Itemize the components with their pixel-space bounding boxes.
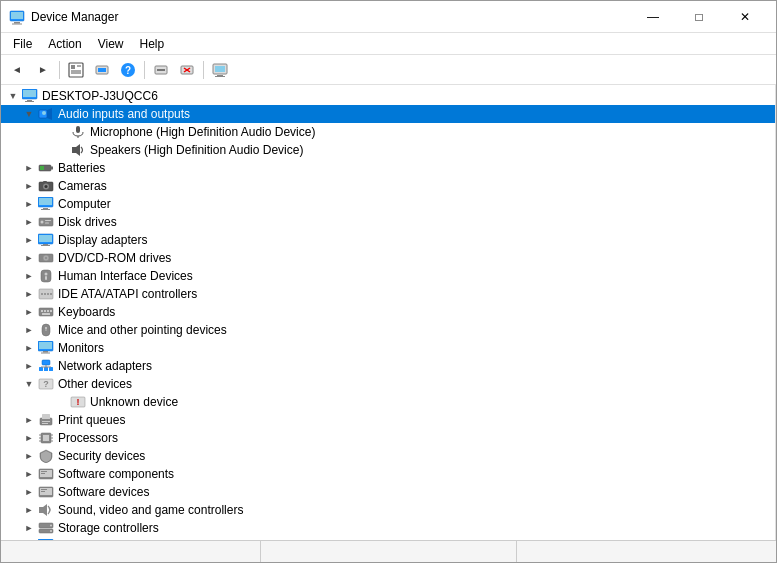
network-adapters-tree-item[interactable]: ► Network adapters	[1, 357, 775, 375]
storage-label: Storage controllers	[58, 521, 159, 535]
back-button[interactable]: ◄	[5, 58, 29, 82]
sound-icon	[37, 502, 55, 518]
svg-rect-63	[41, 310, 43, 312]
menu-file[interactable]: File	[5, 35, 40, 53]
svg-rect-24	[27, 100, 32, 101]
print-queues-icon	[37, 412, 55, 428]
menu-help[interactable]: Help	[132, 35, 173, 53]
unknown-device-tree-item[interactable]: ! Unknown device	[1, 393, 775, 411]
root-expand-icon[interactable]: ▼	[5, 88, 21, 104]
mice-tree-item[interactable]: ► Mice and other pointing devices	[1, 321, 775, 339]
processors-tree-item[interactable]: ► Processors	[1, 429, 775, 447]
software-components-tree-item[interactable]: ► Software components	[1, 465, 775, 483]
software-devices-tree-item[interactable]: ► Software devices	[1, 483, 775, 501]
disk-drives-tree-item[interactable]: ► Disk drives	[1, 213, 775, 231]
disk-drives-expand-icon[interactable]: ►	[21, 214, 37, 230]
processors-icon	[37, 430, 55, 446]
batteries-label: Batteries	[58, 161, 105, 175]
svg-rect-67	[42, 313, 50, 315]
batteries-expand-icon[interactable]: ►	[21, 160, 37, 176]
computer-icon	[37, 196, 55, 212]
svg-rect-33	[51, 167, 53, 170]
svg-rect-78	[49, 367, 53, 371]
batteries-tree-item[interactable]: ► Batteries	[1, 159, 775, 177]
audio-expand-icon[interactable]: ▼	[21, 106, 37, 122]
computer-tree-item[interactable]: ► Computer	[1, 195, 775, 213]
disk-drives-label: Disk drives	[58, 215, 117, 229]
help-button[interactable]: ?	[116, 58, 140, 82]
microphone-label: Microphone (High Definition Audio Device…	[90, 125, 315, 139]
root-tree-item[interactable]: ▼ DESKTOP-J3UQCC6	[1, 87, 775, 105]
dvd-tree-item[interactable]: ► DVD/CD-ROM drives	[1, 249, 775, 267]
monitors-icon	[37, 340, 55, 356]
display-adapters-expand-icon[interactable]: ►	[21, 232, 37, 248]
print-expand-icon[interactable]: ►	[21, 412, 37, 428]
update-driver-button[interactable]	[90, 58, 114, 82]
software-components-expand-icon[interactable]: ►	[21, 466, 37, 482]
cameras-expand-icon[interactable]: ►	[21, 178, 37, 194]
keyboards-expand-icon[interactable]: ►	[21, 304, 37, 320]
display-adapters-tree-item[interactable]: ► Display adapters	[1, 231, 775, 249]
other-expand-icon[interactable]: ▼	[21, 376, 37, 392]
security-expand-icon[interactable]: ►	[21, 448, 37, 464]
software-devices-expand-icon[interactable]: ►	[21, 484, 37, 500]
mice-expand-icon[interactable]: ►	[21, 322, 37, 338]
storage-tree-item[interactable]: ► Storage controllers	[1, 519, 775, 537]
properties-button[interactable]	[64, 58, 88, 82]
ide-icon	[37, 286, 55, 302]
status-seg-3	[517, 541, 772, 562]
ide-label: IDE ATA/ATAPI controllers	[58, 287, 197, 301]
svg-rect-48	[39, 235, 52, 242]
svg-rect-75	[42, 360, 50, 365]
svg-point-37	[45, 185, 48, 188]
software-components-label: Software components	[58, 467, 174, 481]
software-components-icon	[37, 466, 55, 482]
disable-button[interactable]	[149, 58, 173, 82]
scan-hardware-button[interactable]	[208, 58, 232, 82]
dvd-expand-icon[interactable]: ►	[21, 250, 37, 266]
sound-tree-item[interactable]: ► Sound, video and game controllers	[1, 501, 775, 519]
processors-expand-icon[interactable]: ►	[21, 430, 37, 446]
sound-expand-icon[interactable]: ►	[21, 502, 37, 518]
svg-rect-50	[41, 245, 50, 246]
forward-button[interactable]: ►	[31, 58, 55, 82]
computer-expand-icon[interactable]: ►	[21, 196, 37, 212]
svg-rect-65	[47, 310, 49, 312]
svg-rect-29	[76, 126, 80, 133]
svg-rect-34	[40, 166, 44, 170]
status-seg-1	[5, 541, 261, 562]
cameras-tree-item[interactable]: ► Cameras	[1, 177, 775, 195]
hid-tree-item[interactable]: ► Human Interface Devices	[1, 267, 775, 285]
print-queues-label: Print queues	[58, 413, 125, 427]
microphone-tree-item[interactable]: Microphone (High Definition Audio Device…	[1, 123, 775, 141]
svg-rect-64	[44, 310, 46, 312]
svg-rect-2	[14, 22, 20, 24]
audio-tree-item[interactable]: ▼ Audio inputs and outputs	[1, 105, 775, 123]
keyboards-tree-item[interactable]: ► Keyboards	[1, 303, 775, 321]
network-expand-icon[interactable]: ►	[21, 358, 37, 374]
close-button[interactable]: ✕	[722, 1, 768, 33]
menu-action[interactable]: Action	[40, 35, 89, 53]
speakers-tree-item[interactable]: Speakers (High Definition Audio Device)	[1, 141, 775, 159]
storage-expand-icon[interactable]: ►	[21, 520, 37, 536]
monitors-tree-item[interactable]: ► Monitors	[1, 339, 775, 357]
uninstall-button[interactable]	[175, 58, 199, 82]
security-devices-tree-item[interactable]: ► Security devices	[1, 447, 775, 465]
ide-expand-icon[interactable]: ►	[21, 286, 37, 302]
hid-expand-icon[interactable]: ►	[21, 268, 37, 284]
security-devices-icon	[37, 448, 55, 464]
svg-marker-105	[39, 504, 47, 516]
device-tree[interactable]: ▼ DESKTOP-J3UQCC6 ▼ Audio inputs and out…	[1, 85, 776, 540]
ide-tree-item[interactable]: ► IDE ATA/ATAPI controllers	[1, 285, 775, 303]
minimize-button[interactable]: —	[630, 1, 676, 33]
software-devices-label: Software devices	[58, 485, 149, 499]
audio-label: Audio inputs and outputs	[58, 107, 190, 121]
svg-rect-99	[41, 471, 47, 472]
print-queues-tree-item[interactable]: ► Print queues	[1, 411, 775, 429]
window-icon	[9, 9, 25, 25]
monitors-expand-icon[interactable]: ►	[21, 340, 37, 356]
maximize-button[interactable]: □	[676, 1, 722, 33]
menu-view[interactable]: View	[90, 35, 132, 53]
other-devices-icon: ?	[37, 376, 55, 392]
other-devices-tree-item[interactable]: ▼ ? Other devices	[1, 375, 775, 393]
